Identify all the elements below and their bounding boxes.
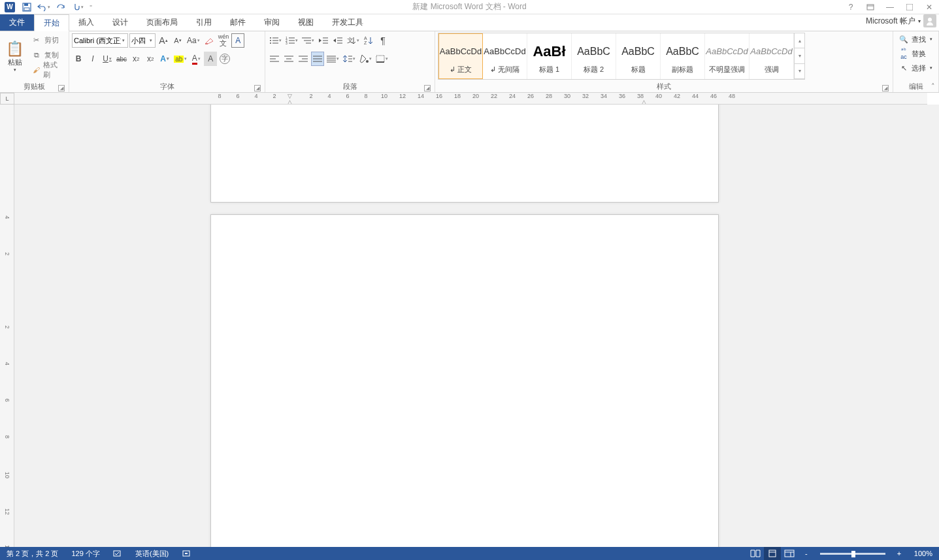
grow-font-button[interactable]: A▴ <box>157 33 170 48</box>
underline-button[interactable]: U▾ <box>101 52 114 66</box>
spellcheck-status[interactable] <box>107 549 129 558</box>
change-case-button[interactable]: Aa▾ <box>186 33 201 48</box>
macro-status[interactable] <box>175 550 197 557</box>
font-size-combo[interactable]: ▾ <box>129 33 156 48</box>
cut-button[interactable]: ✂剪切 <box>29 33 66 47</box>
show-marks-button[interactable]: ¶ <box>376 33 389 48</box>
style-item-2[interactable]: AaBł标题 1 <box>527 33 572 79</box>
collapse-ribbon-button[interactable]: ˄ <box>931 82 935 91</box>
save-button[interactable] <box>18 1 35 14</box>
align-distribute-button[interactable]: ▾ <box>325 52 340 66</box>
qat-customize[interactable]: ⁼ <box>86 1 95 14</box>
char-shading-button[interactable]: A <box>204 52 217 66</box>
tab-file[interactable]: 文件 <box>0 14 34 31</box>
tab-review[interactable]: 审阅 <box>255 14 289 31</box>
align-right-button[interactable] <box>297 52 310 66</box>
undo-button[interactable]: ▾ <box>35 1 52 14</box>
ribbon-display-button[interactable] <box>861 1 880 14</box>
phonetic-guide-button[interactable]: wén文 <box>217 33 231 48</box>
close-button[interactable]: ✕ <box>919 1 939 14</box>
shrink-font-button[interactable]: A▾ <box>171 33 184 48</box>
gallery-up[interactable]: ▴ <box>795 33 804 48</box>
increase-indent-button[interactable] <box>331 33 344 48</box>
vertical-ruler[interactable]: 4224681012141618 <box>0 105 14 547</box>
tab-layout[interactable]: 页面布局 <box>137 14 187 31</box>
horizontal-ruler[interactable]: 8642246810121416182022242628303234363840… <box>14 93 927 105</box>
style-item-1[interactable]: AaBbCcDd↲ 无间隔 <box>483 33 527 79</box>
shading-button[interactable]: ▾ <box>358 52 373 66</box>
zoom-slider[interactable] <box>820 553 885 555</box>
subscript-button[interactable]: x2 <box>129 52 142 66</box>
read-mode-button[interactable] <box>747 547 764 560</box>
app-icon[interactable]: W <box>1 1 18 14</box>
font-launcher[interactable]: ◢ <box>254 85 261 91</box>
tab-view[interactable]: 视图 <box>289 14 323 31</box>
document-area[interactable] <box>14 105 927 547</box>
find-button[interactable]: 🔍查找▾ <box>896 33 935 46</box>
minimize-button[interactable]: — <box>880 1 900 14</box>
sort-button[interactable]: AZ <box>362 33 375 48</box>
superscript-button[interactable]: x2 <box>144 52 157 66</box>
touch-mode-button[interactable]: ▾ <box>69 1 86 14</box>
paste-button[interactable]: 📋 粘贴 ▾ <box>3 33 27 80</box>
style-item-7[interactable]: AaBbCcDd强调 <box>750 33 794 79</box>
vertical-scrollbar[interactable] <box>927 105 939 547</box>
web-layout-button[interactable] <box>781 547 798 560</box>
page-1[interactable] <box>210 105 719 203</box>
account-area[interactable]: Microsoft 帐户 ▾ <box>866 14 936 27</box>
line-spacing-button[interactable]: ▾ <box>342 52 357 66</box>
replace-button[interactable]: ᵃᵇac替换 <box>896 47 929 60</box>
style-item-5[interactable]: AaBbC副标题 <box>661 33 705 79</box>
font-size-input[interactable] <box>131 37 148 44</box>
print-layout-button[interactable] <box>764 547 781 560</box>
bullets-button[interactable]: ▾ <box>268 33 283 48</box>
clipboard-launcher[interactable]: ◢ <box>58 85 65 91</box>
tab-selector[interactable]: L <box>0 93 14 105</box>
decrease-indent-button[interactable] <box>317 33 330 48</box>
multilevel-button[interactable]: ▾ <box>301 33 316 48</box>
style-item-3[interactable]: AaBbC标题 2 <box>572 33 616 79</box>
help-button[interactable]: ? <box>841 1 861 14</box>
paragraph-launcher[interactable]: ◢ <box>424 85 431 91</box>
zoom-out-button[interactable]: - <box>798 547 815 560</box>
borders-button[interactable]: ▾ <box>374 52 389 66</box>
align-left-button[interactable] <box>268 52 281 66</box>
style-item-4[interactable]: AaBbC标题 <box>616 33 661 79</box>
format-painter-button[interactable]: 🖌格式刷 <box>29 63 66 77</box>
select-button[interactable]: ↖选择▾ <box>896 61 935 74</box>
tab-developer[interactable]: 开发工具 <box>323 14 372 31</box>
maximize-button[interactable] <box>900 1 919 14</box>
tab-references[interactable]: 引用 <box>187 14 221 31</box>
language-status[interactable]: 英语(美国) <box>129 549 175 559</box>
enclose-char-button[interactable]: 字 <box>218 52 231 66</box>
right-indent-marker-icon[interactable]: △ <box>642 99 646 105</box>
tab-design[interactable]: 设计 <box>103 14 137 31</box>
align-justify-button[interactable] <box>311 52 324 66</box>
tab-mailings[interactable]: 邮件 <box>221 14 255 31</box>
gallery-down[interactable]: ▾ <box>795 48 804 63</box>
align-center-button[interactable] <box>282 52 295 66</box>
style-item-6[interactable]: AaBbCcDd不明显强调 <box>705 33 750 79</box>
tab-home[interactable]: 开始 <box>34 14 69 31</box>
page-number-status[interactable]: 第 2 页，共 2 页 <box>0 549 65 559</box>
bold-button[interactable]: B <box>72 52 85 66</box>
highlight-button[interactable]: ab▾ <box>173 52 188 66</box>
page-2[interactable] <box>210 214 719 547</box>
zoom-thumb[interactable] <box>851 551 855 557</box>
text-direction-button[interactable]: 文▾ <box>346 33 361 48</box>
zoom-level[interactable]: 100% <box>908 550 939 557</box>
redo-button[interactable] <box>52 1 69 14</box>
clear-format-button[interactable] <box>203 33 216 48</box>
italic-button[interactable]: I <box>86 52 99 66</box>
style-item-0[interactable]: AaBbCcDd↲ 正文 <box>438 33 483 79</box>
font-name-input[interactable] <box>74 37 121 44</box>
char-border-button[interactable]: A <box>231 33 244 48</box>
gallery-more[interactable]: ▾ <box>795 64 804 79</box>
indent-marker-icon[interactable]: △ <box>288 99 292 105</box>
font-color-button[interactable]: A▾ <box>189 52 203 66</box>
strikethrough-button[interactable]: abc <box>115 52 128 66</box>
tab-insert[interactable]: 插入 <box>69 14 103 31</box>
text-effects-button[interactable]: A▾ <box>158 52 171 66</box>
styles-launcher[interactable]: ◢ <box>882 85 889 91</box>
zoom-in-button[interactable]: + <box>891 547 908 560</box>
